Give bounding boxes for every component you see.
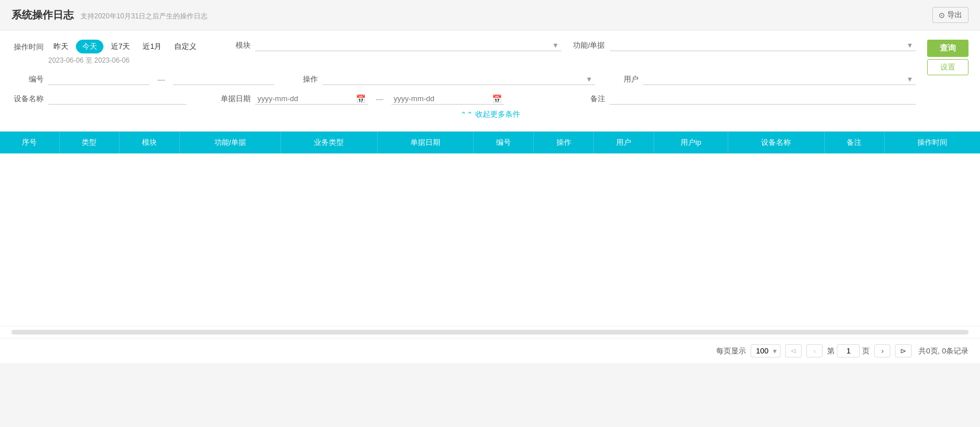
last-page-button[interactable]: ⊳ <box>895 344 912 357</box>
date-end-wrap: 📅 <box>391 93 504 105</box>
query-button[interactable]: 查询 <box>927 40 969 57</box>
column-header: 序号 <box>0 132 59 153</box>
operation-label: 操作 <box>286 74 318 84</box>
func-filter: 功能/单据 ▼ <box>573 40 916 51</box>
page-header: 系统操作日志 支持2020年10月31日之后产生的操作日志 ⊙ 导出 <box>0 0 980 30</box>
column-header: 类型 <box>59 132 119 153</box>
per-page-select[interactable]: 100 50 200 <box>751 345 780 357</box>
date-start-wrap: 📅 <box>255 93 368 105</box>
page-number-input[interactable] <box>837 344 860 357</box>
time-label: 操作时间 <box>11 42 44 52</box>
column-header: 用户ip <box>654 132 728 153</box>
header-left: 系统操作日志 支持2020年10月31日之后产生的操作日志 <box>11 8 207 22</box>
remark-label: 备注 <box>573 94 605 104</box>
total-records: 共0页, 0条记录 <box>918 346 969 356</box>
operation-select[interactable] <box>322 74 595 84</box>
per-page-label: 每页显示 <box>716 346 746 356</box>
export-icon: ⊙ <box>939 11 945 20</box>
table-header: 序号类型模块功能/单据业务类型单据日期编号操作用户用户ip设备名称备注操作时间 <box>0 132 980 153</box>
page-suffix: 页 <box>862 346 870 356</box>
module-filter: 模块 ▼ <box>218 40 562 51</box>
user-select-wrap[interactable]: ▼ <box>643 74 916 85</box>
collapse-icon: ⌃⌃ <box>460 110 473 119</box>
column-header: 备注 <box>824 132 884 153</box>
number-dash: — <box>157 75 165 84</box>
filter-panel: 操作时间 昨天 今天 近7天 近1月 自定义 2023-06-06 至 2023… <box>0 30 980 132</box>
export-label: 导出 <box>947 10 962 20</box>
page-title: 系统操作日志 <box>11 8 74 22</box>
time-btn-7days[interactable]: 近7天 <box>106 40 135 53</box>
settings-button[interactable]: 设置 <box>927 59 969 75</box>
remark-filter: 备注 <box>573 93 916 105</box>
date-range-display: 2023-06-06 至 2023-06-06 <box>48 56 202 66</box>
module-label: 模块 <box>218 40 251 51</box>
column-header: 操作 <box>533 132 593 153</box>
per-page-select-wrap[interactable]: 100 50 200 ▼ <box>751 344 781 357</box>
table-wrap: 序号类型模块功能/单据业务类型单据日期编号操作用户用户ip设备名称备注操作时间 <box>0 132 980 326</box>
device-label: 设备名称 <box>11 94 44 104</box>
user-filter: 用户 ▼ <box>606 74 916 85</box>
header-row: 序号类型模块功能/单据业务类型单据日期编号操作用户用户ip设备名称备注操作时间 <box>0 132 980 153</box>
number-label: 编号 <box>11 74 44 84</box>
user-label: 用户 <box>606 74 639 84</box>
user-select[interactable] <box>643 74 916 84</box>
action-buttons: 查询 设置 <box>927 40 969 75</box>
page-info: 第 页 <box>827 344 870 357</box>
column-header: 编号 <box>474 132 533 153</box>
time-btn-1month[interactable]: 近1月 <box>137 40 167 53</box>
empty-area <box>0 153 980 326</box>
column-header: 设备名称 <box>728 132 824 153</box>
voucher-date-filter: 单据日期 📅 — 📅 <box>218 93 562 105</box>
time-btn-yesterday[interactable]: 昨天 <box>48 40 74 53</box>
pagination: 每页显示 100 50 200 ▼ ⊲ ‹ 第 页 › ⊳ 共0页, 0条记录 <box>0 338 980 363</box>
device-input[interactable] <box>48 93 186 105</box>
module-select[interactable] <box>255 40 562 51</box>
next-page-button[interactable]: › <box>874 344 890 357</box>
column-header: 模块 <box>120 132 179 153</box>
horizontal-scrollbar[interactable] <box>11 330 969 334</box>
collapse-label: 收起更多条件 <box>475 109 520 120</box>
number-end-input[interactable] <box>173 74 274 85</box>
time-buttons: 昨天 今天 近7天 近1月 自定义 <box>48 40 202 53</box>
column-header: 用户 <box>594 132 654 153</box>
export-button[interactable]: ⊙ 导出 <box>932 7 969 23</box>
func-select-wrap[interactable]: ▼ <box>610 40 916 51</box>
operation-filter: 操作 ▼ <box>286 74 595 85</box>
date-end-input[interactable] <box>391 93 504 105</box>
func-label: 功能/单据 <box>573 40 605 51</box>
prev-page-button[interactable]: ‹ <box>806 344 823 357</box>
page-label: 第 <box>827 346 835 356</box>
date-dash: — <box>376 95 383 103</box>
collapse-button[interactable]: ⌃⌃ 收起更多条件 <box>460 109 520 120</box>
column-header: 业务类型 <box>281 132 378 153</box>
time-btn-custom[interactable]: 自定义 <box>169 40 202 53</box>
remark-input[interactable] <box>610 93 916 105</box>
voucher-date-label: 单据日期 <box>218 94 251 104</box>
module-select-wrap[interactable]: ▼ <box>255 40 562 51</box>
date-start-input[interactable] <box>255 93 368 105</box>
column-header: 操作时间 <box>884 132 980 153</box>
scrollbar-row <box>0 326 980 338</box>
operation-select-wrap[interactable]: ▼ <box>322 74 595 85</box>
page-subtitle: 支持2020年10月31日之后产生的操作日志 <box>80 11 207 21</box>
collapse-row: ⌃⌃ 收起更多条件 <box>11 105 969 122</box>
number-start-input[interactable] <box>48 74 149 85</box>
column-header: 单据日期 <box>377 132 474 153</box>
column-header: 功能/单据 <box>179 132 280 153</box>
data-table: 序号类型模块功能/单据业务类型单据日期编号操作用户用户ip设备名称备注操作时间 <box>0 132 980 153</box>
first-page-button[interactable]: ⊲ <box>785 344 802 357</box>
time-btn-today[interactable]: 今天 <box>76 40 103 53</box>
func-select[interactable] <box>610 40 916 51</box>
